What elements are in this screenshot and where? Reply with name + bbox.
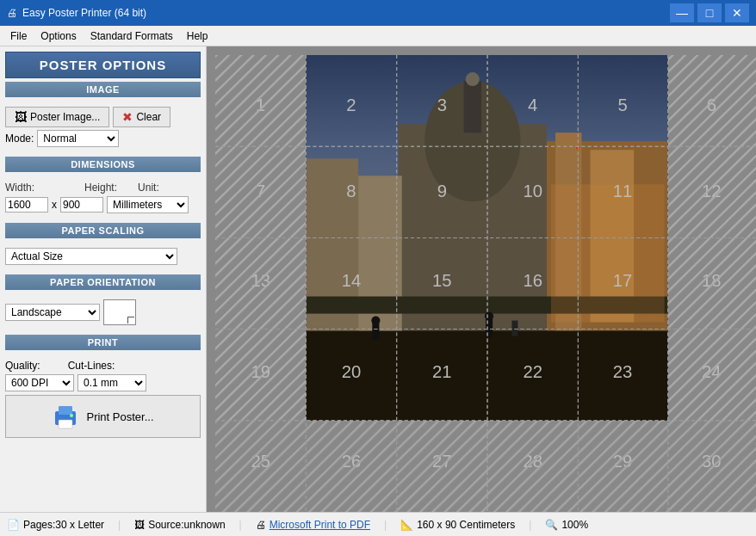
width-label: Width: (5, 182, 34, 194)
app-title: Easy Poster Printer (64 bit) (22, 7, 146, 19)
svg-rect-1 (59, 406, 72, 415)
titlebar-left: 🖨 Easy Poster Printer (64 bit) (7, 7, 146, 19)
quality-label: Quality: (5, 360, 40, 372)
svg-rect-28 (511, 321, 517, 336)
dim-values-row: x Millimeters Centimeters Inches (5, 196, 201, 213)
print-poster-label: Print Poster... (86, 410, 153, 423)
printer-text[interactable]: Microsoft Print to PDF (270, 519, 370, 531)
unit-select[interactable]: Millimeters Centimeters Inches (107, 196, 189, 213)
cell-11: 11 (613, 182, 633, 200)
scaling-row: Actual Size Fit Page Custom (5, 248, 201, 265)
dim-labels-row: Width: Height: Unit: (5, 182, 201, 194)
menu-file[interactable]: File (3, 28, 34, 44)
statusbar-source: 🖼 Source:unknown (134, 519, 225, 531)
svg-point-3 (70, 414, 73, 417)
statusbar-zoom: 🔍 100% (545, 519, 588, 531)
quality-select[interactable]: 600 DPI 300 DPI 150 DPI (5, 374, 74, 391)
image-buttons-row: 🖼 Poster Image... ✖ Clear (5, 107, 201, 127)
orientation-select[interactable]: Landscape Portrait (5, 304, 100, 321)
size-text: 160 x 90 Centimeters (417, 519, 515, 531)
print-poster-icon (52, 403, 79, 430)
zoom-text: 100% (561, 519, 588, 531)
print-section-header: PRINT (5, 335, 201, 350)
cutlines-label: Cut-Lines: (68, 360, 115, 372)
svg-point-27 (485, 312, 493, 321)
status-sep-1: | (118, 519, 121, 531)
svg-point-25 (371, 317, 380, 325)
size-icon: 📐 (400, 519, 413, 531)
maximize-button[interactable]: □ (697, 3, 722, 22)
app-icon: 🖨 (7, 7, 17, 19)
height-label: Height: (84, 182, 117, 194)
orientation-row: Landscape Portrait (5, 299, 201, 325)
status-sep-3: | (384, 519, 387, 531)
svg-rect-39 (215, 421, 756, 512)
clear-button[interactable]: ✖ Clear (113, 107, 170, 127)
paper-scaling-content: Actual Size Fit Page Custom (5, 242, 201, 271)
height-input[interactable] (60, 197, 103, 213)
cell-20: 20 (342, 362, 362, 381)
svg-rect-22 (551, 184, 665, 322)
clear-icon: ✖ (122, 110, 133, 124)
image-section-content: 🖼 Poster Image... ✖ Clear Mode: Normal F… (5, 101, 201, 153)
cell-4: 4 (528, 95, 537, 114)
cell-9: 9 (437, 182, 447, 200)
main-layout: POSTER OPTIONS IMAGE 🖼 Poster Image... ✖… (0, 46, 756, 512)
x-separator: x (52, 199, 57, 211)
pages-icon: 📄 (7, 519, 20, 531)
minimize-button[interactable]: — (670, 3, 694, 22)
menu-standard-formats[interactable]: Standard Formats (84, 28, 180, 44)
statusbar-size: 📐 160 x 90 Centimeters (400, 519, 515, 531)
cell-17: 17 (613, 271, 633, 290)
mode-select[interactable]: Normal Fit Stretch (37, 130, 119, 147)
paper-scaling-header: PAPER SCALING (5, 223, 201, 238)
cell-2: 2 (346, 95, 356, 114)
orientation-preview (103, 299, 136, 325)
cell-14: 14 (342, 271, 362, 290)
poster-image-icon: 🖼 (15, 110, 27, 124)
status-sep-4: | (529, 519, 531, 531)
statusbar: 📄 Pages:30 x Letter | 🖼 Source:unknown |… (0, 512, 756, 536)
print-options-values-row: 600 DPI 300 DPI 150 DPI 0.1 mm 0.5 mm 1.… (5, 374, 201, 391)
cell-15: 15 (432, 271, 452, 290)
close-button[interactable]: ✕ (725, 3, 749, 22)
print-poster-button[interactable]: Print Poster... (5, 395, 201, 438)
cell-22: 22 (523, 362, 542, 381)
printer-icon: 🖨 (256, 519, 266, 531)
titlebar-controls: — □ ✕ (670, 3, 749, 22)
cell-3: 3 (437, 95, 447, 114)
width-input[interactable] (5, 197, 48, 213)
print-section-content: Quality: Cut-Lines: 600 DPI 300 DPI 150 … (5, 354, 201, 441)
dimensions-section-header: DIMENSIONS (5, 157, 201, 172)
image-section-header: IMAGE (5, 82, 201, 97)
menu-options[interactable]: Options (34, 28, 83, 44)
canvas-area: 1 2 3 4 5 6 7 8 9 10 11 12 13 14 15 16 1… (207, 46, 756, 512)
poster-options-title: POSTER OPTIONS (5, 52, 201, 78)
menubar: File Options Standard Formats Help (0, 26, 756, 46)
statusbar-printer: 🖨 Microsoft Print to PDF (256, 519, 370, 531)
cell-21: 21 (432, 362, 452, 381)
cell-8: 8 (346, 182, 356, 200)
paper-orientation-header: PAPER ORIENTATION (5, 274, 201, 290)
cell-16: 16 (523, 271, 542, 290)
source-icon: 🖼 (134, 519, 145, 531)
poster-image-label: Poster Image... (30, 111, 100, 123)
scaling-select[interactable]: Actual Size Fit Page Custom (5, 248, 177, 265)
titlebar: 🖨 Easy Poster Printer (64 bit) — □ ✕ (0, 0, 756, 26)
menu-help[interactable]: Help (180, 28, 215, 44)
clear-label: Clear (136, 111, 161, 123)
poster-image-button[interactable]: 🖼 Poster Image... (5, 107, 109, 127)
svg-rect-26 (486, 318, 493, 337)
poster-svg: 1 2 3 4 5 6 7 8 9 10 11 12 13 14 15 16 1… (215, 55, 756, 512)
mode-label: Mode: (5, 132, 34, 145)
svg-rect-17 (464, 81, 481, 132)
dimensions-section-content: Width: Height: Unit: x Millimeters Centi… (5, 176, 201, 219)
cutlines-select[interactable]: 0.1 mm 0.5 mm 1.0 mm None (77, 374, 146, 391)
paper-orientation-content: Landscape Portrait (5, 293, 201, 331)
pages-text: Pages:30 x Letter (23, 519, 104, 531)
cell-23: 23 (613, 362, 633, 381)
svg-point-18 (466, 72, 480, 86)
cell-5: 5 (617, 95, 627, 114)
print-options-labels-row: Quality: Cut-Lines: (5, 360, 201, 372)
unit-label: Unit: (138, 182, 159, 194)
